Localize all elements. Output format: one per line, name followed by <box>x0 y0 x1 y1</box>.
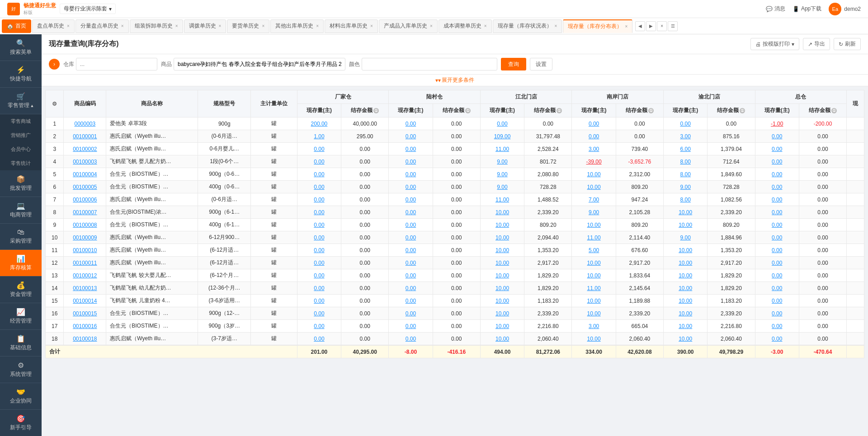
cell-cj-qty[interactable]: 0.00 <box>297 257 341 269</box>
cell-lc-qty[interactable]: 0.00 <box>389 269 433 282</box>
cell-jb-qty[interactable]: 10.00 <box>480 219 524 231</box>
close-icon[interactable]: × <box>175 23 178 28</box>
sidebar-item-finance[interactable]: 💰 资金管理 <box>0 277 42 303</box>
close-icon[interactable]: × <box>370 23 373 28</box>
tab-cailiao[interactable]: 材料出库单历史 × <box>325 19 378 33</box>
cell-yb-qty[interactable]: 10.00 <box>664 307 708 320</box>
cell-z-qty[interactable]: 0.00 <box>755 193 799 206</box>
sidebar-item-system[interactable]: ⚙ 系统管理 <box>0 356 42 383</box>
cell-code[interactable]: 00100008 <box>64 219 106 231</box>
info-icon[interactable]: ① <box>831 108 837 113</box>
tab-next-btn[interactable]: ▶ <box>646 21 656 31</box>
cell-jb-qty[interactable]: 10.00 <box>480 307 524 320</box>
info-icon[interactable]: ① <box>373 108 379 113</box>
cell-z-qty[interactable]: 0.00 <box>755 282 799 295</box>
cell-code[interactable]: 00100018 <box>64 333 106 346</box>
tab-xiancun-kuangtai[interactable]: 现存量（库存状况表） × <box>493 19 562 33</box>
cell-jb-qty[interactable]: 10.00 <box>480 282 524 295</box>
cell-lc-qty[interactable]: 0.00 <box>389 130 433 143</box>
export-btn[interactable]: ↗ 导出 <box>803 38 830 50</box>
cell-cj-qty[interactable]: 0.00 <box>297 193 341 206</box>
cell-yb-qty[interactable]: 10.00 <box>664 320 708 333</box>
cell-z-qty[interactable]: 0.00 <box>755 231 799 244</box>
cell-code[interactable]: 00100006 <box>64 193 106 206</box>
tab-chengben[interactable]: 成本调整单历史 × <box>439 19 492 33</box>
tab-diaobao[interactable]: 调拨单历史 × <box>184 19 226 33</box>
info-icon[interactable]: ① <box>740 108 745 113</box>
sidebar-item-purchase[interactable]: 🛍 采购管理 <box>0 224 42 250</box>
cell-code[interactable]: 00100012 <box>64 269 106 282</box>
cell-lc-qty[interactable]: 0.00 <box>389 295 433 307</box>
cell-jb-qty[interactable]: 10.00 <box>480 231 524 244</box>
cell-cj-qty[interactable]: 0.00 <box>297 181 341 193</box>
cell-code[interactable]: 0000003 <box>64 117 106 130</box>
tab-zuzhuang[interactable]: 组装拆卸单历史 × <box>130 19 183 33</box>
th-settings[interactable]: ⚙ <box>46 90 64 117</box>
cell-na-qty[interactable]: 3.00 <box>572 143 616 155</box>
cell-yb-qty[interactable]: 10.00 <box>664 257 708 269</box>
cell-yb-qty[interactable]: 8.00 <box>664 155 708 168</box>
cell-na-qty[interactable]: 0.00 <box>572 130 616 143</box>
cell-yb-qty[interactable]: 10.00 <box>664 282 708 295</box>
cell-lc-qty[interactable]: 0.00 <box>389 168 433 181</box>
sidebar-item-marketing[interactable]: 营销推广 <box>0 128 42 142</box>
cell-cj-qty[interactable]: 0.00 <box>297 269 341 282</box>
close-icon[interactable]: × <box>219 23 222 28</box>
cell-yb-qty[interactable]: 0.00 <box>664 117 708 130</box>
cell-z-qty[interactable]: 0.00 <box>755 295 799 307</box>
info-icon[interactable]: ① <box>557 108 562 113</box>
company-dropdown[interactable]: 母婴行业演示陈套 ▾ <box>60 4 116 14</box>
cell-cj-qty[interactable]: 0.00 <box>297 307 341 320</box>
cell-code[interactable]: 00100002 <box>64 143 106 155</box>
cell-z-qty[interactable]: 0.00 <box>755 206 799 219</box>
cell-jb-qty[interactable]: 109.00 <box>480 130 524 143</box>
cell-lc-qty[interactable]: 0.00 <box>389 155 433 168</box>
cell-cj-qty[interactable]: 0.00 <box>297 295 341 307</box>
cell-code[interactable]: 00100013 <box>64 282 106 295</box>
cell-cj-qty[interactable]: 0.00 <box>297 333 341 346</box>
tab-qitachuku[interactable]: 其他出库单历史 × <box>270 19 324 33</box>
cell-cj-qty[interactable]: 0.00 <box>297 168 341 181</box>
sidebar-item-basic[interactable]: 📋 基础信息 <box>0 330 42 356</box>
cell-z-qty[interactable]: -1.00 <box>755 117 799 130</box>
cell-z-qty[interactable]: 0.00 <box>755 181 799 193</box>
close-icon[interactable]: × <box>484 23 487 28</box>
cell-lc-qty[interactable]: 0.00 <box>389 181 433 193</box>
cell-z-qty[interactable]: 0.00 <box>755 257 799 269</box>
cell-na-qty[interactable]: 10.00 <box>572 295 616 307</box>
sidebar-item-guide[interactable]: 🎯 新手引导 <box>0 410 42 436</box>
cell-code[interactable]: 00100005 <box>64 181 106 193</box>
warehouse-input[interactable] <box>76 58 157 70</box>
cell-jb-qty[interactable]: 10.00 <box>480 244 524 257</box>
cell-na-qty[interactable]: 0.00 <box>572 117 616 130</box>
cell-z-qty[interactable]: 0.00 <box>755 244 799 257</box>
cell-cj-qty[interactable]: 200.00 <box>297 117 341 130</box>
sidebar-item-retail[interactable]: 🛒 零售管理▲ <box>0 88 42 114</box>
cell-na-qty[interactable]: 10.00 <box>572 269 616 282</box>
cell-code[interactable]: 00100003 <box>64 155 106 168</box>
cell-jb-qty[interactable]: 9.00 <box>480 181 524 193</box>
cell-na-qty[interactable]: 3.00 <box>572 320 616 333</box>
cell-yb-qty[interactable]: 3.00 <box>664 130 708 143</box>
cell-jb-qty[interactable]: 10.00 <box>480 295 524 307</box>
cell-code[interactable]: 00100015 <box>64 307 106 320</box>
cell-code[interactable]: 00100010 <box>64 244 106 257</box>
tab-close-btn[interactable]: × <box>657 21 667 31</box>
cell-yb-qty[interactable]: 10.00 <box>664 244 708 257</box>
cell-yb-qty[interactable]: 10.00 <box>664 295 708 307</box>
sidebar-item-member[interactable]: 会员中心 <box>0 142 42 156</box>
cell-lc-qty[interactable]: 0.00 <box>389 231 433 244</box>
cell-yb-qty[interactable]: 9.00 <box>664 231 708 244</box>
sidebar-item-business[interactable]: 📈 经营管理 <box>0 303 42 330</box>
cell-yb-qty[interactable]: 10.00 <box>664 206 708 219</box>
cell-yb-qty[interactable]: 10.00 <box>664 219 708 231</box>
cell-jb-qty[interactable]: 10.00 <box>480 206 524 219</box>
cell-jb-qty[interactable]: 10.00 <box>480 320 524 333</box>
cell-lc-qty[interactable]: 0.00 <box>389 307 433 320</box>
cell-z-qty[interactable]: 0.00 <box>755 168 799 181</box>
tab-xiancun-fenbu[interactable]: 现存量（库存分布表） × <box>563 19 632 33</box>
cell-jb-qty[interactable]: 10.00 <box>480 257 524 269</box>
cell-jb-qty[interactable]: 10.00 <box>480 269 524 282</box>
user-area[interactable]: Ea demo2 <box>829 3 861 15</box>
cell-cj-qty[interactable]: 0.00 <box>297 244 341 257</box>
